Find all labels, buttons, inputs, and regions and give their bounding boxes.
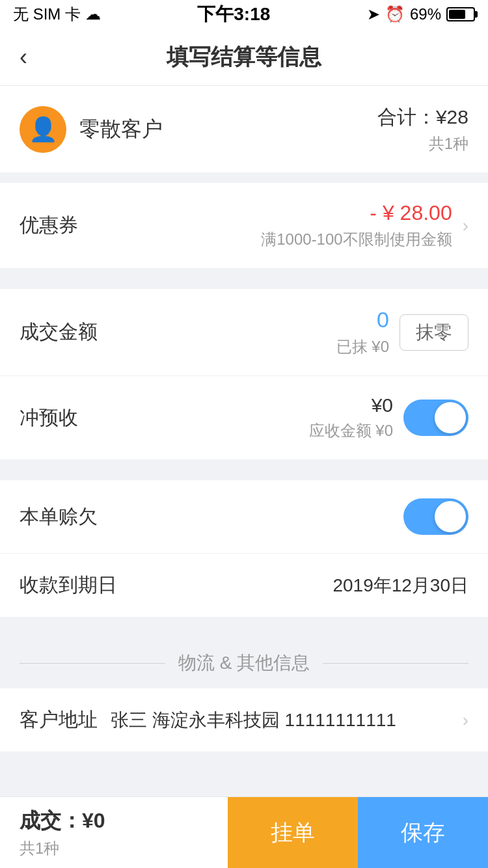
customer-row: 👤 零散客户 合计：¥28 共1种	[0, 86, 488, 172]
prepayment-value-block: ¥0 应收金额 ¥0	[309, 394, 393, 441]
prepayment-sub: 应收金额 ¥0	[309, 420, 393, 441]
logistics-label: 物流 & 其他信息	[178, 651, 310, 675]
coupon-value-block: - ¥ 28.00 满1000-100不限制使用金额	[261, 201, 452, 250]
coupon-right: - ¥ 28.00 满1000-100不限制使用金额 ›	[261, 201, 468, 250]
toggle-knob	[435, 402, 466, 433]
deal-label: 成交金额	[20, 319, 98, 346]
divider-1	[0, 278, 488, 289]
coupon-description: 满1000-100不限制使用金额	[261, 229, 452, 250]
battery-icon	[446, 7, 475, 21]
coupon-row[interactable]: 优惠券 - ¥ 28.00 满1000-100不限制使用金额 ›	[0, 183, 488, 268]
deal-value-block: 已抹 ¥0	[336, 307, 389, 357]
coupon-chevron-icon: ›	[463, 215, 468, 236]
content: 👤 零散客户 合计：¥28 共1种 优惠券 - ¥ 28.00 满1000-10…	[0, 86, 488, 840]
avatar-icon: 👤	[29, 116, 58, 143]
credit-toggle-knob	[435, 501, 466, 532]
back-button[interactable]: ‹	[20, 44, 27, 71]
divider-3	[0, 627, 488, 638]
save-button[interactable]: 保存	[358, 797, 488, 869]
logistics-header: 物流 & 其他信息	[0, 638, 488, 688]
coupon-label: 优惠券	[20, 212, 78, 239]
address-section[interactable]: 客户地址 张三 海淀永丰科技园 11111111111 ›	[0, 688, 488, 752]
bottom-deal-value: ¥0	[82, 809, 105, 832]
coupon-section[interactable]: 优惠券 - ¥ 28.00 满1000-100不限制使用金额 ›	[0, 183, 488, 268]
deal-section: 成交金额 已抹 ¥0 抹零 冲预收 ¥0 应收金额 ¥0	[0, 289, 488, 459]
customer-name: 零散客户	[79, 115, 163, 144]
total-amount: 合计：¥28	[377, 104, 468, 131]
deal-row: 成交金额 已抹 ¥0 抹零	[0, 289, 488, 376]
coupon-discount: - ¥ 28.00	[261, 201, 452, 225]
bottom-summary: 成交：¥0 共1种	[0, 807, 228, 859]
nav-bar: ‹ 填写结算等信息	[0, 29, 488, 86]
address-value: 张三 海淀永丰科技园 11111111111	[111, 708, 463, 733]
address-row[interactable]: 客户地址 张三 海淀永丰科技园 11111111111 ›	[0, 688, 488, 752]
pending-button[interactable]: 挂单	[228, 797, 358, 869]
bottom-count: 共1种	[20, 838, 208, 859]
address-chevron-icon: ›	[463, 710, 468, 731]
credit-toggle[interactable]	[403, 498, 468, 535]
due-date-value: 2019年12月30日	[332, 573, 468, 598]
battery-percent: 69%	[410, 5, 441, 23]
prepayment-value: ¥0	[309, 394, 393, 416]
location-icon: ➤	[367, 5, 380, 23]
round-button[interactable]: 抹零	[400, 314, 468, 351]
prepayment-toggle[interactable]	[403, 400, 468, 436]
due-date-label: 收款到期日	[20, 572, 117, 599]
alarm-icon: ⏰	[385, 5, 405, 23]
total-count: 共1种	[377, 133, 468, 154]
page-title: 填写结算等信息	[167, 42, 321, 72]
avatar: 👤	[20, 106, 66, 153]
customer-left: 👤 零散客户	[20, 106, 163, 153]
divider-2	[0, 470, 488, 480]
status-time: 下午3:18	[197, 2, 270, 27]
due-date-row: 收款到期日 2019年12月30日	[0, 554, 488, 617]
credit-label: 本单赊欠	[20, 504, 98, 530]
status-bar: 无 SIM 卡 ☁ 下午3:18 ➤ ⏰ 69%	[0, 0, 488, 29]
bottom-bar: 成交：¥0 共1种 挂单 保存	[0, 796, 488, 868]
customer-total: 合计：¥28 共1种	[377, 104, 468, 154]
credit-row: 本单赊欠	[0, 480, 488, 554]
address-label: 客户地址	[20, 707, 98, 733]
prepayment-label: 冲预收	[20, 405, 78, 431]
credit-section: 本单赊欠 收款到期日 2019年12月30日	[0, 480, 488, 617]
deal-sub: 已抹 ¥0	[336, 336, 389, 357]
bottom-deal-label: 成交：	[20, 809, 82, 832]
sim-status: 无 SIM 卡 ☁	[13, 4, 101, 25]
prepayment-row: 冲预收 ¥0 应收金额 ¥0	[0, 376, 488, 459]
status-left: 无 SIM 卡 ☁	[13, 4, 101, 25]
credit-right	[403, 498, 468, 535]
deal-right: 已抹 ¥0 抹零	[336, 307, 468, 357]
status-right: ➤ ⏰ 69%	[367, 5, 475, 23]
deal-amount-input[interactable]	[337, 307, 389, 332]
prepayment-right: ¥0 应收金额 ¥0	[309, 394, 468, 441]
bottom-deal-text: 成交：¥0	[20, 807, 208, 835]
